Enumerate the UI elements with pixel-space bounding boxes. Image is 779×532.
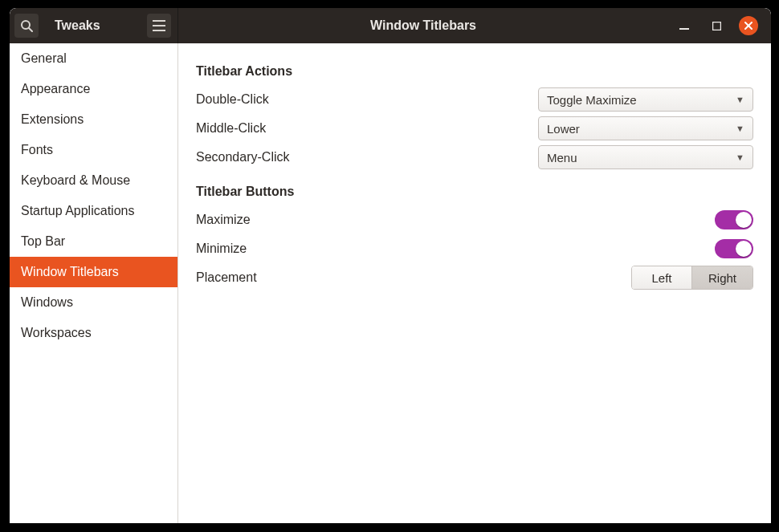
svg-rect-2 (153, 20, 165, 22)
sidebar-item-keyboard-mouse[interactable]: Keyboard & Mouse (10, 165, 177, 196)
content-pane: Titlebar Actions Double-ClickToggle Maxi… (178, 43, 771, 523)
section-title-buttons: Titlebar Buttons (196, 185, 753, 199)
close-icon (744, 22, 752, 30)
sidebar-item-startup-applications[interactable]: Startup Applications (10, 196, 177, 226)
app-title: Tweaks (55, 18, 100, 33)
dropdown-double-click[interactable]: Toggle Maximize▼ (538, 87, 753, 112)
svg-line-1 (29, 28, 32, 31)
label-double-click: Double-Click (196, 92, 269, 107)
minimize-icon (679, 21, 689, 30)
label-secondary-click: Secondary-Click (196, 150, 289, 164)
dropdown-middle-click[interactable]: Lower▼ (538, 116, 753, 140)
titlebar-left: Tweaks (10, 8, 178, 43)
sidebar-item-appearance[interactable]: Appearance (10, 74, 177, 104)
titlebar: Tweaks Window Titlebars (10, 8, 771, 43)
sidebar-item-window-titlebars[interactable]: Window Titlebars (10, 257, 177, 287)
row-double-click: Double-ClickToggle Maximize▼ (196, 85, 753, 114)
window-controls (668, 16, 771, 35)
label-placement: Placement (196, 270, 257, 285)
chevron-down-icon: ▼ (736, 95, 744, 104)
toggle-knob (736, 212, 752, 228)
sidebar-item-windows[interactable]: Windows (10, 287, 177, 318)
hamburger-icon (153, 20, 165, 31)
sidebar: GeneralAppearanceExtensionsFontsKeyboard… (10, 43, 178, 523)
chevron-down-icon: ▼ (736, 152, 744, 162)
toggle-knob (736, 241, 752, 257)
row-secondary-click: Secondary-ClickMenu▼ (196, 143, 753, 172)
svg-rect-4 (153, 30, 165, 31)
placement-option-right[interactable]: Right (692, 266, 752, 289)
svg-rect-3 (153, 25, 165, 26)
page-title: Window Titlebars (178, 18, 668, 33)
row-maximize: Maximize (196, 205, 753, 234)
app-window: Tweaks Window Titlebars GeneralAppearanc… (10, 8, 771, 523)
maximize-icon (712, 22, 721, 30)
sidebar-item-general[interactable]: General (10, 43, 177, 74)
svg-rect-6 (712, 22, 720, 30)
sidebar-item-fonts[interactable]: Fonts (10, 135, 177, 165)
sidebar-item-workspaces[interactable]: Workspaces (10, 318, 177, 348)
placement-segmented: LeftRight (631, 266, 753, 290)
svg-rect-5 (679, 28, 689, 30)
maximize-window-button[interactable] (707, 16, 726, 35)
label-maximize: Maximize (196, 213, 251, 227)
toggle-minimize[interactable] (715, 239, 753, 258)
dropdown-value: Toggle Maximize (547, 93, 637, 107)
label-minimize: Minimize (196, 242, 247, 256)
minimize-window-button[interactable] (675, 16, 694, 35)
placement-option-left[interactable]: Left (632, 266, 692, 289)
window-body: GeneralAppearanceExtensionsFontsKeyboard… (10, 43, 771, 523)
row-middle-click: Middle-ClickLower▼ (196, 114, 753, 143)
close-window-button[interactable] (739, 16, 758, 35)
chevron-down-icon: ▼ (736, 124, 744, 133)
label-middle-click: Middle-Click (196, 121, 266, 136)
dropdown-value: Menu (547, 151, 577, 164)
search-icon (20, 19, 33, 32)
sidebar-item-top-bar[interactable]: Top Bar (10, 226, 177, 257)
section-title-actions: Titlebar Actions (196, 64, 753, 79)
row-placement: Placement LeftRight (196, 263, 753, 292)
toggle-maximize[interactable] (715, 210, 753, 229)
dropdown-value: Lower (547, 122, 580, 136)
hamburger-menu-button[interactable] (147, 14, 171, 38)
search-button[interactable] (14, 14, 39, 38)
sidebar-item-extensions[interactable]: Extensions (10, 104, 177, 135)
dropdown-secondary-click[interactable]: Menu▼ (538, 145, 753, 169)
row-minimize: Minimize (196, 234, 753, 263)
